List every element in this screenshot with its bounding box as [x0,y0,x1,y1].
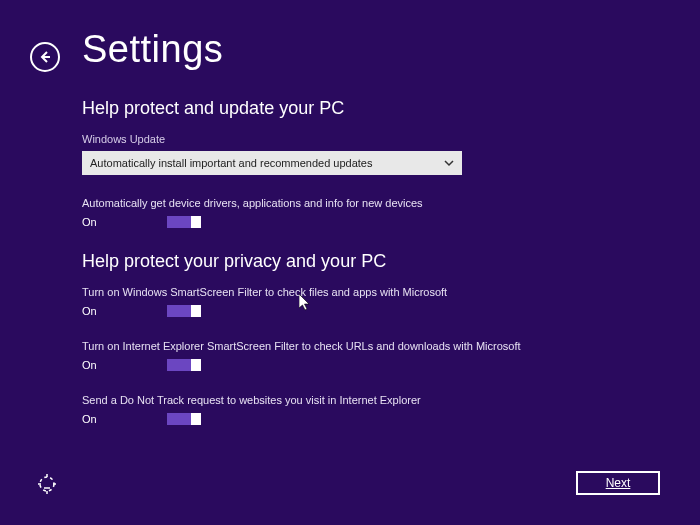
back-arrow-icon [38,50,52,64]
settings-content: Help protect and update your PC Windows … [82,98,660,448]
ie-smartscreen-toggle[interactable] [166,358,202,372]
chevron-down-icon [444,158,454,168]
toggle-knob [191,359,201,371]
smartscreen-toggle[interactable] [166,304,202,318]
next-button-label: Next [606,476,631,490]
toggle-knob [191,413,201,425]
device-drivers-toggle[interactable] [166,215,202,229]
page-title: Settings [82,28,223,71]
ie-smartscreen-state: On [82,359,102,371]
dropdown-selected-value: Automatically install important and reco… [90,157,372,169]
next-button[interactable]: Next [576,471,660,495]
smartscreen-state: On [82,305,102,317]
svg-point-1 [40,477,54,491]
windows-update-label: Windows Update [82,133,660,145]
ease-of-access-icon [36,473,58,495]
back-button[interactable] [30,42,60,72]
toggle-knob [191,216,201,228]
dnt-state: On [82,413,102,425]
device-drivers-label: Automatically get device drivers, applic… [82,197,660,209]
section-heading-protect-update: Help protect and update your PC [82,98,660,119]
ease-of-access-button[interactable] [36,473,58,495]
smartscreen-label: Turn on Windows SmartScreen Filter to ch… [82,286,660,298]
device-drivers-state: On [82,216,102,228]
ie-smartscreen-label: Turn on Internet Explorer SmartScreen Fi… [82,340,660,352]
dnt-label: Send a Do Not Track request to websites … [82,394,660,406]
section-heading-privacy: Help protect your privacy and your PC [82,251,660,272]
toggle-knob [191,305,201,317]
dnt-toggle[interactable] [166,412,202,426]
windows-update-dropdown[interactable]: Automatically install important and reco… [82,151,462,175]
